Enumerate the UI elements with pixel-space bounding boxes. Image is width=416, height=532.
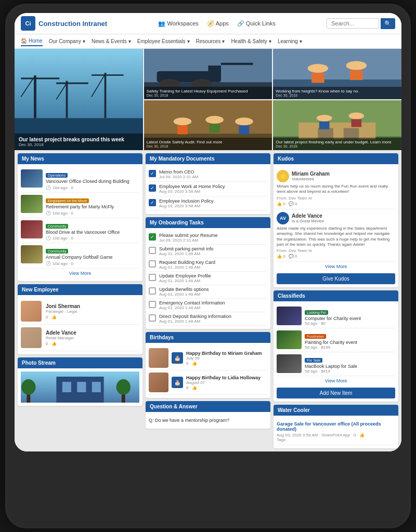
employee-item-1[interactable]: Joni Sherman Paralegal - Legal 0 · 👍 [21,298,139,325]
task-item-2[interactable]: Submit parking permit info Aug 01, 2020 … [149,245,267,258]
birthdays-body: 🎂 Happy Birthday to Miriam Graham July 0… [146,343,270,398]
birthday-item-1[interactable]: 🎂 Happy Birthday to Miriam Graham July 0… [149,346,267,370]
doc-item-1[interactable]: ✓ Memo from CEO Jul 09, 2020 2:31 AM [149,167,267,182]
apps-nav[interactable]: 🧭 Apps [207,20,229,27]
water-meta-1: Aug 03, 2020 3:58 AM · SharePoint App · … [277,433,395,437]
doc-content-2: Employee Work at Home Policy Aug 03, 202… [159,184,267,194]
photo-stream-widget: Photo Stream [18,357,142,406]
doc-title-2: Employee Work at Home Policy [159,184,267,189]
hero-sm-3[interactable]: Latest Onsite Safety Audit. Find out mor… [144,100,272,151]
qa-widget: Question & Answer Q: Do we have a mentor… [146,401,270,429]
photo-stream-body [18,368,142,406]
task-title-6: Emergency Contact Information [159,300,267,305]
bday-photo-1 [149,348,168,368]
task-check-1: ✓ [149,233,156,241]
kudos-item-2: AV Adele Vance Is a Great Mentor Adele m… [277,209,395,262]
nav-our-company[interactable]: Our Company ▾ [49,37,85,46]
classified-title-3: MacBook Laptop for Sale [305,364,357,369]
bday-actions-2: 0 · 👍 [186,385,261,390]
employee-item-2[interactable]: Adele Vance Retail Manager 0 · 👍 [21,325,139,351]
task-content-4: Update Employee Profile Aug 01, 2020 1:4… [159,273,267,283]
doc-content-1: Memo from CEO Jul 09, 2020 2:31 AM [159,169,267,179]
kudos-view-more[interactable]: View More [277,262,395,271]
news-content-1: Operations Vancouver Office Closed durin… [46,169,139,190]
hero-main-date: Dec 30, 2018 [19,142,139,147]
quick-links-nav[interactable]: 🔗 Quick Links [237,20,276,27]
task-date-6: Aug 01, 2020 1:48 AM [159,305,267,310]
bday-photo-2 [149,373,168,392]
doc-item-2[interactable]: ✓ Employee Work at Home Policy Aug 03, 2… [149,182,267,196]
kudos-actions-1: 👍 0💬 0 [277,202,395,206]
nav-news-events[interactable]: News & Events ▾ [92,37,131,46]
task-check-7 [149,314,156,322]
svg-rect-43 [62,382,71,392]
task-date-2: Aug 01, 2020 1:48 AM [159,251,267,256]
task-item-6[interactable]: Emergency Contact Information Aug 01, 20… [149,299,267,312]
give-kudos-button[interactable]: Give Kudos [277,273,395,284]
kudos-name-2: Adele Vance [292,213,324,219]
add-new-item-button[interactable]: Add New Item [277,388,395,398]
news-item-4[interactable]: Community Annual Company Softball Game 🕐… [21,243,139,269]
news-item-3[interactable]: Community Blood Drive at the Vancouver O… [21,218,139,244]
hero-main-image[interactable]: Our latest project breaks ground this we… [15,49,143,150]
bday-name-2: Happy Birthday to Lidia Holloway [186,375,261,380]
task-item-3[interactable]: Request Building Key Card Aug 01, 2020 1… [149,258,267,272]
news-badge-2: Employees on the Move [46,198,89,203]
classifieds-widget: Classifieds Looking For Computer for Cha… [274,290,398,402]
news-view-more[interactable]: View More [21,269,139,278]
kudos-from-1: From: Dev Team hr [277,196,395,201]
nav-resources[interactable]: Resources ▾ [196,37,225,46]
classifieds-view-more[interactable]: View More [277,376,395,385]
task-item-7[interactable]: Direct Deposit Banking Information Aug 0… [149,312,267,326]
search-button[interactable]: 🔍 [381,18,395,29]
emp-actions-2: 0 · 👍 [46,341,76,346]
water-item-1[interactable]: Garage Sale for Vancouver office (All pr… [277,419,395,445]
onboarding-header: My Onboarding Tasks [146,217,270,228]
kudos-name-1: Miriam Graham [292,171,330,177]
news-meta-2: 🕐10d ago · 0 [46,211,139,216]
col-right: Kudos ⭐ Miriam Graham Volunteered Miriam… [274,153,398,448]
doc-title-3: Employee Inclusion Policy [159,198,267,204]
birthday-item-2[interactable]: 🎂 Happy Birthday to Lidia Holloway Augus… [149,370,267,395]
photo-stream-header: Photo Stream [18,357,142,368]
task-content-6: Emergency Contact Information Aug 01, 20… [159,300,267,310]
hero-sm-1[interactable]: Safety Training for Latest Heavy Equipme… [144,49,272,99]
task-content-7: Direct Deposit Banking Information Aug 0… [159,314,267,324]
search-input[interactable] [327,18,379,29]
task-item-1[interactable]: ✓ Please submit your Resume Jul 09, 2020… [149,231,267,245]
hero-sm-4[interactable]: Our latest project finishing early and u… [273,100,401,151]
nav-health-safety[interactable]: Health & Safety ▾ [231,37,271,46]
task-item-5[interactable]: Update Benefits options Aug 01, 2020 1:4… [149,285,267,299]
classified-thumb-3 [277,354,302,373]
emp-photo-2 [21,327,42,348]
hero-sm-2[interactable]: Working from heights? Know when to say n… [273,49,401,99]
doc-check-2: ✓ [149,184,156,192]
doc-date-1: Jul 09, 2020 2:31 AM [159,175,267,179]
hero-main-overlay: Our latest project breaks ground this we… [15,134,143,150]
workspaces-nav[interactable]: 👥 Workspaces [158,20,198,27]
kudos-item2-header: AV Adele Vance Is a Great Mentor [277,212,395,224]
classified-item-2[interactable]: Fundraiser Painting for Charity event 5d… [277,328,395,352]
news-badge-1: Operations [46,173,68,178]
news-thumb-1 [21,169,43,188]
emp-name-2: Adele Vance [46,330,76,336]
svg-rect-14 [208,65,221,74]
nav-employee-essentials[interactable]: Employee Essentials ▾ [137,37,190,46]
birthdays-widget: Birthdays 🎂 Happy Birthday to Miriam Gra… [146,332,270,398]
classified-badge-3: For Sale [305,358,322,363]
doc-item-3[interactable]: ✓ Employee Inclusion Policy Aug 03, 2020… [149,196,267,211]
kudos-body: ⭐ Miriam Graham Volunteered Miriam help … [274,164,398,287]
nav-home[interactable]: 🏠 Home [21,36,43,46]
kudos-actions-2: 👍 0💬 0 [277,254,395,259]
news-item-1[interactable]: Operations Vancouver Office Closed durin… [21,167,139,193]
qa-item-1[interactable]: Q: Do we have a mentorship program? [149,415,267,425]
home-icon: 🏠 [21,38,27,44]
news-item-2[interactable]: Employees on the Move Retirement party f… [21,193,139,218]
news-title-4: Annual Company Softball Game [46,255,139,260]
doc-check-3: ✓ [149,199,156,206]
task-item-4[interactable]: Update Employee Profile Aug 01, 2020 1:4… [149,272,267,285]
classified-item-3[interactable]: For Sale MacBook Laptop for Sale 5d ago … [277,352,395,376]
classified-item-1[interactable]: Looking For Computer for Charity event 5… [277,304,395,328]
classified-thumb-1 [277,307,302,325]
nav-learning[interactable]: Learning ▾ [278,37,302,46]
